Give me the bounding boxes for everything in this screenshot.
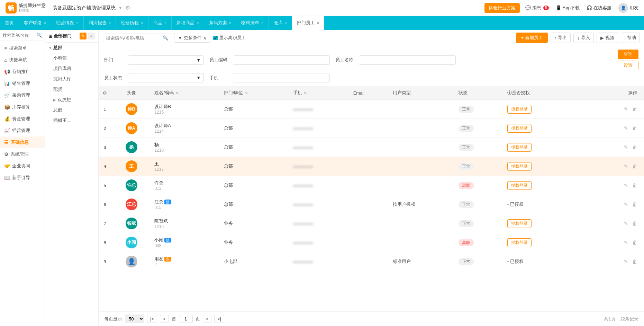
edit-btn[interactable]: ✎: [623, 201, 629, 208]
prev-page-btn[interactable]: <: [160, 315, 169, 323]
auth-btn[interactable]: 授权登录: [507, 219, 532, 228]
th-phone[interactable]: 手机 ⇅: [290, 86, 351, 100]
tab-warehouse[interactable]: 仓库 ×: [269, 16, 292, 30]
tab-goods[interactable]: 商品 ×: [148, 16, 172, 30]
query-btn[interactable]: 查询: [618, 50, 638, 59]
tab-customer[interactable]: 客户联络 ×: [19, 16, 51, 30]
th-dept[interactable]: 部门/职位 ⇅: [221, 86, 290, 100]
set-btn[interactable]: 设置: [618, 61, 638, 70]
sidebar-item-sales[interactable]: 📊销售管理: [0, 78, 45, 89]
filter-emp-status-select[interactable]: ▼: [128, 73, 204, 82]
show-resigned-label[interactable]: 显示离职员工: [213, 35, 246, 41]
delete-btn[interactable]: 🗑: [631, 182, 638, 189]
auth-btn[interactable]: 授权登录: [507, 143, 532, 152]
tab-barcode[interactable]: 条码方案 ×: [204, 16, 236, 30]
more-filter-btn[interactable]: ▼ 更多条件 ∧: [174, 33, 210, 43]
tab-home[interactable]: 首页: [0, 16, 19, 30]
auth-btn[interactable]: 授权登录: [507, 162, 532, 171]
auth-btn[interactable]: 授权登录: [507, 238, 532, 247]
sidebar-item-marketing[interactable]: 📢营销推广: [0, 66, 45, 78]
first-page-btn[interactable]: |<: [147, 315, 157, 323]
avatar: 👤: [126, 256, 137, 267]
auth-btn[interactable]: 授权登录: [507, 181, 532, 190]
next-page-btn[interactable]: >: [203, 315, 212, 323]
tab-new-goods[interactable]: 新增商品 ×: [172, 16, 204, 30]
sidebar-item-nav[interactable]: ⌂快捷导航: [0, 54, 45, 66]
help-btn[interactable]: | 帮助: [621, 33, 640, 43]
edit-btn[interactable]: ✎: [623, 125, 629, 132]
th-gear[interactable]: ⚙: [99, 86, 111, 100]
trial-button[interactable]: 体验行业方案: [484, 3, 520, 13]
page-size-select[interactable]: 50 20 100: [125, 315, 144, 323]
delete-btn[interactable]: 🗑: [631, 258, 638, 265]
tab-operation[interactable]: 经营情况 ×: [51, 16, 83, 30]
tab-bom[interactable]: 物料清单 ×: [236, 16, 269, 30]
filter-phone-input[interactable]: [233, 73, 330, 82]
edit-btn[interactable]: ✎: [623, 182, 629, 189]
show-resigned-checkbox[interactable]: [213, 36, 218, 40]
import-btn[interactable]: ↓ 导入: [573, 33, 594, 43]
auth-btn[interactable]: 授权登录: [507, 124, 532, 133]
search-box[interactable]: 🔍: [103, 34, 171, 42]
tab-business[interactable]: 经营历程 ×: [116, 16, 148, 30]
edit-btn[interactable]: ✎: [623, 258, 629, 265]
sidebar-search[interactable]: 🔍: [0, 30, 45, 41]
sidebar-item-search[interactable]: ≡搜索菜单: [0, 42, 45, 54]
sidebar-item-basic[interactable]: ☰基础信息: [0, 136, 45, 148]
delete-btn[interactable]: 🗑: [631, 125, 638, 132]
app-download-btn[interactable]: 📱 App下载: [556, 5, 580, 11]
tree-node-shenyang[interactable]: 沈阳大库: [45, 74, 98, 84]
phone-blurred: ●●●●●●●●: [293, 240, 313, 245]
tree-node-zongbu[interactable]: 总部: [45, 105, 98, 115]
last-page-btn[interactable]: >|: [214, 315, 224, 323]
delete-btn[interactable]: 🗑: [631, 144, 638, 151]
edit-btn[interactable]: ✎: [623, 239, 629, 246]
delete-btn[interactable]: 🗑: [631, 163, 638, 170]
auth-btn[interactable]: 授权登录: [507, 105, 532, 114]
settings-icon[interactable]: ⚙: [125, 5, 130, 11]
filter-emp-name-input[interactable]: [359, 55, 456, 65]
export-btn[interactable]: ↑ 导出: [551, 33, 571, 43]
delete-btn[interactable]: 🗑: [631, 239, 638, 246]
online-service-btn[interactable]: 🎧 在线客服: [587, 5, 611, 11]
tree-node-distribution[interactable]: 配货: [45, 84, 98, 95]
delete-btn[interactable]: 🗑: [631, 106, 638, 113]
app-icon: 📱: [556, 5, 561, 10]
message-label: 消息: [532, 5, 541, 11]
system-title-chevron[interactable]: ▼: [118, 6, 123, 10]
sidebar-item-inventory[interactable]: 📦库存核算: [0, 101, 45, 113]
tab-department[interactable]: 部门员工 ×: [292, 16, 324, 30]
filter-emp-code-input[interactable]: [233, 55, 330, 65]
sidebar-item-mgmt[interactable]: 📈经营管理: [0, 125, 45, 136]
edit-btn[interactable]: ✎: [623, 144, 629, 151]
sidebar-item-purchase[interactable]: 🛒采购管理: [0, 89, 45, 101]
delete-btn[interactable]: 🗑: [631, 220, 638, 227]
edit-btn[interactable]: ✎: [623, 106, 629, 113]
sidebar-search-input[interactable]: [3, 33, 35, 38]
td-name: 陈智斌 1216: [152, 214, 221, 233]
th-name[interactable]: 姓名/编码 ⇅: [152, 86, 221, 100]
message-btn[interactable]: 💬 消息 5: [525, 5, 549, 11]
edit-btn[interactable]: ✎: [623, 163, 629, 170]
tree-node-chushu[interactable]: 插树王二: [45, 115, 98, 126]
sidebar-item-finance[interactable]: 💰资金管理: [0, 113, 45, 125]
sidebar-item-system[interactable]: ⚙系统管理: [0, 148, 45, 160]
tree-node-headquarters-parent[interactable]: ▼ 总部: [45, 43, 98, 53]
tree-collapse-btn[interactable]: «: [88, 33, 95, 39]
page-input[interactable]: [179, 315, 193, 323]
tree-node-shuanghu[interactable]: ▶ 双虎想: [45, 95, 98, 105]
add-employee-btn[interactable]: + 新增员工: [516, 33, 547, 43]
filter-dept-select[interactable]: ▼: [128, 55, 204, 65]
delete-btn[interactable]: 🗑: [631, 201, 638, 208]
tab-profit[interactable]: 利润报告 ×: [84, 16, 116, 30]
search-input[interactable]: [106, 35, 161, 41]
tree-node-project[interactable]: 项目库房: [45, 63, 98, 74]
td-avatar: 👤: [111, 252, 152, 271]
user-area[interactable]: 👤 用友: [618, 3, 638, 13]
edit-btn[interactable]: ✎: [623, 220, 629, 227]
sidebar-item-guide[interactable]: 📖新手引导: [0, 172, 45, 184]
tree-edit-btn[interactable]: ✎: [80, 33, 87, 39]
view-btn[interactable]: ▶ 视频: [597, 33, 618, 43]
sidebar-item-collab[interactable]: 🤝企业协同: [0, 160, 45, 172]
tree-node-xiaodian[interactable]: 小电部: [45, 53, 98, 63]
